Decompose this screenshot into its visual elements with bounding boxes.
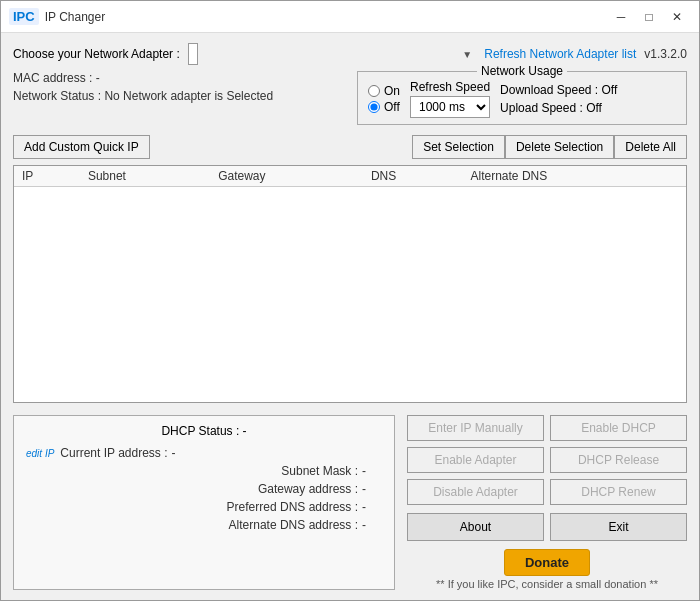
donate-button[interactable]: Donate <box>504 549 590 576</box>
dhcp-status-row: DHCP Status : - <box>26 424 382 438</box>
mac-label: MAC address : <box>13 71 92 85</box>
title-bar: IPC IP Changer ─ □ ✕ <box>1 1 699 33</box>
adapter-select[interactable] <box>188 43 198 65</box>
network-usage-legend: Network Usage <box>477 64 567 78</box>
about-button[interactable]: About <box>407 513 544 541</box>
donate-note: ** If you like IPC, consider a small don… <box>436 578 658 590</box>
dhcp-status-label: DHCP Status : <box>161 424 239 438</box>
subnet-mask-label: Subnet Mask : <box>281 464 358 478</box>
network-usage-inner: On Off Refresh Speed 1000 ms 500 ms 2000… <box>368 80 676 118</box>
preferred-dns-row: Preferred DNS address : - <box>26 500 382 514</box>
exit-button[interactable]: Exit <box>550 513 687 541</box>
add-custom-quick-ip-button[interactable]: Add Custom Quick IP <box>13 135 150 159</box>
radio-off[interactable] <box>368 101 380 113</box>
on-off-radio-group: On Off <box>368 84 400 114</box>
radio-on[interactable] <box>368 85 380 97</box>
upload-speed-value: Off <box>586 101 602 115</box>
radio-on-text: On <box>384 84 400 98</box>
refresh-speed-col: Refresh Speed 1000 ms 500 ms 2000 ms 500… <box>410 80 490 118</box>
col-alternate-dns: Alternate DNS <box>463 166 686 187</box>
network-status-value: No Network adapter is Selected <box>104 89 273 103</box>
ip-table-header-row: IP Subnet Gateway DNS Alternate DNS <box>14 166 686 187</box>
preferred-dns-value: - <box>362 500 382 514</box>
edit-ip-tag: edit IP <box>26 448 54 459</box>
info-usage-row: MAC address : - Network Status : No Netw… <box>13 71 687 125</box>
adapter-select-wrapper: ▼ <box>188 43 476 65</box>
refresh-speed-select[interactable]: 1000 ms 500 ms 2000 ms 5000 ms <box>410 96 490 118</box>
gateway-label: Gateway address : <box>258 482 358 496</box>
subnet-mask-value: - <box>362 464 382 478</box>
upload-speed-label: Upload Speed : <box>500 101 583 115</box>
ip-table-head: IP Subnet Gateway DNS Alternate DNS <box>14 166 686 187</box>
minimize-button[interactable]: ─ <box>607 7 635 27</box>
ip-table: IP Subnet Gateway DNS Alternate DNS <box>14 166 686 187</box>
app-title: IP Changer <box>45 10 106 24</box>
speed-info-col: Download Speed : Off Upload Speed : Off <box>500 83 617 115</box>
close-button[interactable]: ✕ <box>663 7 691 27</box>
col-dns: DNS <box>363 166 463 187</box>
radio-off-text: Off <box>384 100 400 114</box>
subnet-mask-row: Subnet Mask : - <box>26 464 382 478</box>
window-controls: ─ □ ✕ <box>607 7 691 27</box>
app-window: IPC IP Changer ─ □ ✕ Choose your Network… <box>0 0 700 601</box>
radio-on-label[interactable]: On <box>368 84 400 98</box>
current-ip-row: edit IP Current IP address : - <box>26 446 382 460</box>
download-speed-value: Off <box>602 83 618 97</box>
gateway-row: Gateway address : - <box>26 482 382 496</box>
enable-adapter-button[interactable]: Enable Adapter <box>407 447 544 473</box>
action-buttons-panel: Enter IP Manually Enable DHCP Enable Ada… <box>407 415 687 590</box>
btn-row-2: Enable Adapter DHCP Release <box>407 447 687 473</box>
delete-selection-button[interactable]: Delete Selection <box>505 135 614 159</box>
gateway-value: - <box>362 482 382 496</box>
col-subnet: Subnet <box>80 166 210 187</box>
adapter-label: Choose your Network Adapter : <box>13 47 180 61</box>
dhcp-renew-button[interactable]: DHCP Renew <box>550 479 687 505</box>
btn-row-1: Enter IP Manually Enable DHCP <box>407 415 687 441</box>
radio-off-label[interactable]: Off <box>368 100 400 114</box>
network-info-panel: MAC address : - Network Status : No Netw… <box>13 71 349 103</box>
dhcp-status-value: - <box>243 424 247 438</box>
col-ip: IP <box>14 166 80 187</box>
version-label: v1.3.2.0 <box>644 47 687 61</box>
preferred-dns-label: Preferred DNS address : <box>227 500 358 514</box>
disable-adapter-button[interactable]: Disable Adapter <box>407 479 544 505</box>
download-speed-line: Download Speed : Off <box>500 83 617 97</box>
current-ip-label: Current IP address : <box>60 446 167 460</box>
dhcp-release-button[interactable]: DHCP Release <box>550 447 687 473</box>
alternate-dns-row: Alternate DNS address : - <box>26 518 382 532</box>
mac-address-line: MAC address : - <box>13 71 349 85</box>
col-gateway: Gateway <box>210 166 363 187</box>
adapter-section: Choose your Network Adapter : ▼ Refresh … <box>13 43 687 65</box>
maximize-button[interactable]: □ <box>635 7 663 27</box>
current-ip-value: - <box>172 446 192 460</box>
alternate-dns-label: Alternate DNS address : <box>229 518 358 532</box>
network-usage-box: Network Usage On Off Refresh Speed <box>357 71 687 125</box>
ip-info-panel: DHCP Status : - edit IP Current IP addre… <box>13 415 395 590</box>
network-status-line: Network Status : No Network adapter is S… <box>13 89 349 103</box>
download-speed-label: Download Speed : <box>500 83 598 97</box>
enter-manually-button[interactable]: Enter IP Manually <box>407 415 544 441</box>
enable-dhcp-button[interactable]: Enable DHCP <box>550 415 687 441</box>
btn-row-3: Disable Adapter DHCP Renew <box>407 479 687 505</box>
ip-table-container: IP Subnet Gateway DNS Alternate DNS <box>13 165 687 403</box>
network-status-label: Network Status : <box>13 89 101 103</box>
app-icon: IPC <box>9 8 39 25</box>
table-toolbar: Add Custom Quick IP Set Selection Delete… <box>13 135 687 159</box>
alternate-dns-value: - <box>362 518 382 532</box>
main-content: Choose your Network Adapter : ▼ Refresh … <box>1 33 699 600</box>
donate-row: Donate ** If you like IPC, consider a sm… <box>407 549 687 590</box>
delete-all-button[interactable]: Delete All <box>614 135 687 159</box>
adapter-select-arrow: ▼ <box>462 49 472 60</box>
about-exit-row: About Exit <box>407 513 687 541</box>
bottom-section: DHCP Status : - edit IP Current IP addre… <box>13 415 687 590</box>
refresh-adapter-link[interactable]: Refresh Network Adapter list <box>484 47 636 61</box>
set-selection-button[interactable]: Set Selection <box>412 135 505 159</box>
mac-value: - <box>96 71 100 85</box>
upload-speed-line: Upload Speed : Off <box>500 101 617 115</box>
refresh-speed-label: Refresh Speed <box>410 80 490 94</box>
title-bar-left: IPC IP Changer <box>9 8 105 25</box>
toolbar-right-buttons: Set Selection Delete Selection Delete Al… <box>412 135 687 159</box>
